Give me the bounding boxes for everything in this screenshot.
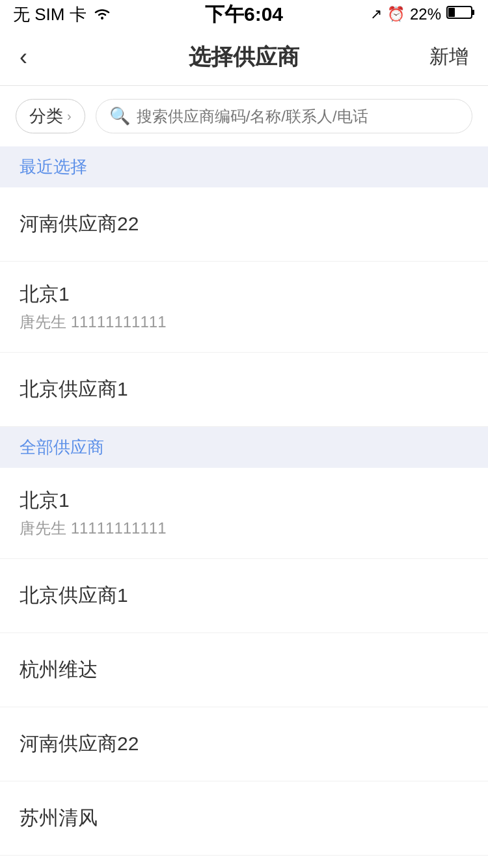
- status-time: 下午6:04: [205, 1, 283, 28]
- item-name: 苏州清风: [20, 805, 468, 832]
- search-icon: 🔍: [109, 106, 130, 126]
- svg-rect-3: [472, 10, 474, 15]
- item-name: 北京1: [20, 281, 468, 308]
- search-input[interactable]: [137, 107, 459, 126]
- status-right: ↗ ⏰ 22%: [370, 5, 475, 23]
- svg-rect-2: [448, 8, 455, 17]
- nav-bar: ‹ 选择供应商 新增: [0, 29, 488, 86]
- svg-point-0: [101, 17, 103, 20]
- back-button[interactable]: ‹: [20, 44, 72, 71]
- status-left: 无 SIM 卡: [13, 3, 111, 26]
- recent-section-header: 最近选择: [0, 146, 488, 187]
- category-label: 分类: [29, 105, 63, 128]
- chevron-right-icon: ›: [67, 109, 72, 124]
- list-item[interactable]: 杭州维达: [0, 633, 488, 707]
- page-title: 选择供应商: [189, 42, 299, 72]
- location-icon: ↗: [370, 6, 382, 23]
- battery-icon: [446, 5, 475, 23]
- item-name: 杭州维达: [20, 657, 468, 683]
- filter-bar: 分类 › 🔍: [0, 86, 488, 146]
- item-name: 河南供应商22: [20, 731, 468, 757]
- recent-list: 河南供应商22北京1唐先生 11111111111北京供应商1: [0, 187, 488, 427]
- list-item[interactable]: 河南供应商22: [0, 707, 488, 781]
- category-button[interactable]: 分类 ›: [16, 99, 85, 133]
- search-box[interactable]: 🔍: [96, 99, 472, 133]
- item-sub: 唐先生 11111111111: [20, 518, 468, 539]
- no-sim-text: 无 SIM 卡: [13, 3, 87, 26]
- add-button[interactable]: 新增: [416, 44, 468, 70]
- list-item[interactable]: 苏州清风: [0, 781, 488, 856]
- alarm-icon: ⏰: [387, 6, 405, 23]
- list-item[interactable]: 北京供应商1: [0, 353, 488, 427]
- list-item[interactable]: 河南供应商22: [0, 187, 488, 262]
- item-sub: 唐先生 11111111111: [20, 312, 468, 332]
- item-name: 北京1: [20, 487, 468, 514]
- status-bar: 无 SIM 卡 下午6:04 ↗ ⏰ 22%: [0, 0, 488, 29]
- item-name: 北京供应商1: [20, 582, 468, 609]
- all-section-header: 全部供应商: [0, 427, 488, 468]
- item-name: 河南供应商22: [20, 211, 468, 237]
- list-item[interactable]: 北京供应商1: [0, 559, 488, 633]
- wifi-icon: [93, 5, 111, 25]
- item-name: 北京供应商1: [20, 376, 468, 403]
- battery-text: 22%: [410, 5, 441, 23]
- all-list: 北京1唐先生 11111111111北京供应商1杭州维达河南供应商22苏州清风: [0, 468, 488, 856]
- list-item[interactable]: 北京1唐先生 11111111111: [0, 262, 488, 353]
- list-item[interactable]: 北京1唐先生 11111111111: [0, 468, 488, 559]
